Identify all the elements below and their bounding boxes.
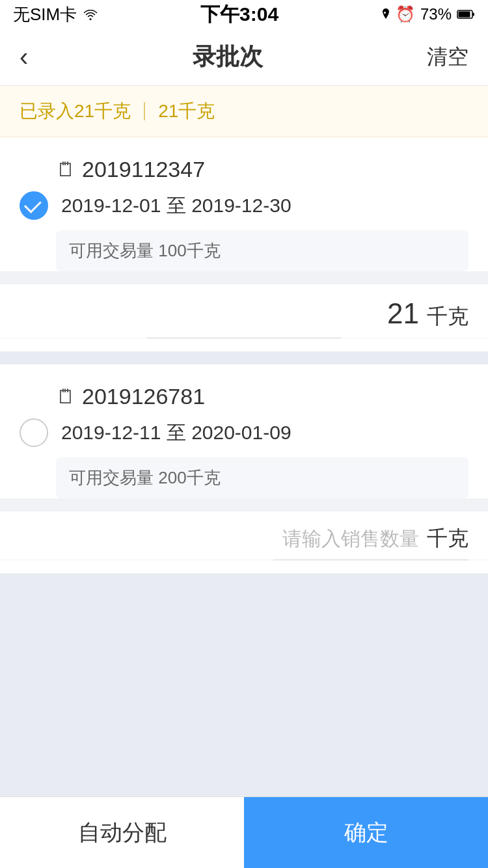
item-1-radio[interactable] (20, 191, 48, 220)
carrier-text: 无SIM卡 (13, 3, 77, 26)
item-2-avail: 可用交易量 200千克 (56, 457, 468, 498)
item-1-date: 2019-12-01 至 2019-12-30 (61, 193, 291, 219)
back-button[interactable]: ‹ (20, 42, 28, 72)
item-card-1: 🗒 2019112347 2019-12-01 至 2019-12-30 可用交… (0, 137, 488, 271)
info-value: 21千克 (158, 99, 215, 124)
battery-icon (457, 5, 475, 23)
svg-rect-2 (458, 12, 470, 18)
item-2-input-unit: 千克 (427, 524, 468, 553)
item-2-date: 2019-12-11 至 2020-01-09 (61, 420, 291, 446)
item-1-row[interactable]: 2019-12-01 至 2019-12-30 (20, 191, 468, 220)
info-divider (144, 102, 145, 120)
item-1-header: 🗒 2019112347 (20, 157, 468, 182)
battery-text: 73% (420, 5, 452, 23)
status-time: 下午3:04 (200, 1, 278, 28)
auto-distribute-button[interactable]: 自动分配 (0, 797, 244, 868)
page-title: 录批次 (193, 41, 263, 73)
item-card-2: 🗒 2019126781 2019-12-11 至 2020-01-09 可用交… (0, 364, 488, 498)
info-label: 已录入21千克 (20, 99, 131, 124)
item-2-icon: 🗒 (56, 386, 75, 408)
item-1-id: 2019112347 (82, 157, 205, 182)
item-2-id: 2019126781 (82, 384, 205, 409)
bottom-bar: 自动分配 确定 (0, 796, 488, 868)
item-2-input-row[interactable]: 请输入销售数量 千克 (0, 511, 488, 560)
item-1-amount-row: 21 千克 (0, 284, 488, 338)
item-2-row[interactable]: 2019-12-11 至 2020-01-09 (20, 418, 468, 447)
confirm-button[interactable]: 确定 (244, 797, 488, 868)
item-2-input-placeholder: 请输入销售数量 (20, 526, 419, 552)
status-bar: 无SIM卡 下午3:04 ⏰ 73% (0, 0, 488, 29)
info-bar: 已录入21千克 21千克 (0, 86, 488, 137)
item-2-radio[interactable] (20, 418, 48, 447)
wifi-icon (83, 5, 98, 25)
item-2-spacer (0, 560, 488, 573)
content-wrap: 🗒 2019112347 2019-12-01 至 2019-12-30 可用交… (0, 137, 488, 868)
item-1-amount-value: 21 (387, 297, 419, 330)
item-2-header: 🗒 2019126781 (20, 384, 468, 409)
item-1-avail: 可用交易量 100千克 (56, 230, 468, 271)
status-left: 无SIM卡 (13, 3, 98, 26)
location-icon (381, 5, 390, 23)
svg-rect-1 (472, 13, 474, 16)
empty-area (0, 573, 488, 834)
clock-icon: ⏰ (396, 5, 415, 23)
clear-button[interactable]: 清空 (427, 43, 468, 72)
item-1-amount-unit: 千克 (427, 303, 468, 331)
status-right: ⏰ 73% (381, 5, 475, 23)
item-1-icon: 🗒 (56, 159, 75, 181)
nav-bar: ‹ 录批次 清空 (0, 29, 488, 86)
item-1-spacer (0, 338, 488, 351)
section-sep (0, 351, 488, 364)
